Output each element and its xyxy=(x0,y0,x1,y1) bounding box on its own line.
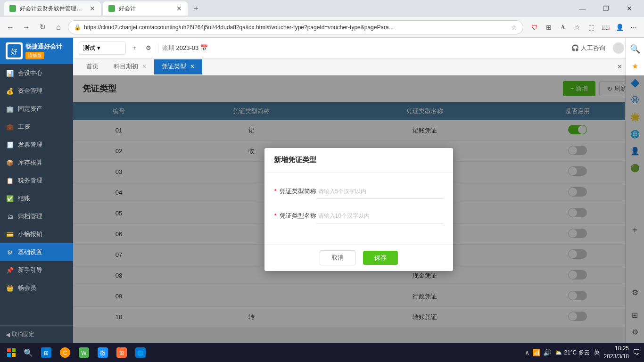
sidebar-item-settings[interactable]: ⚙ 基础设置 xyxy=(0,243,73,261)
sidebar-label-settings: 基础设置 xyxy=(18,248,42,256)
app-layout: 好 畅捷通好会计 流畅版 📊 会设中心 💰 资金管理 xyxy=(0,38,644,343)
sidebar: 好 畅捷通好会计 流畅版 📊 会设中心 💰 资金管理 xyxy=(0,38,73,343)
back-button[interactable]: ← xyxy=(4,21,17,34)
cancel-label: 取消 xyxy=(331,254,344,261)
calendar-icon[interactable]: 📅 xyxy=(200,44,208,51)
minimize-button[interactable]: — xyxy=(571,1,593,16)
toolbar-icons: 🛡 ⊞ 𝐀 ☆ ⬚ 📖 👤 ⋯ xyxy=(528,21,640,34)
sidebar-item-payroll[interactable]: 💼 工资 xyxy=(0,118,73,136)
extension-icon-4[interactable]: ☆ xyxy=(570,21,584,34)
tab-collapse-button[interactable]: ✕ xyxy=(614,61,625,73)
tab-subjects-label: 科目期初 xyxy=(114,62,138,71)
save-button[interactable]: 保存 xyxy=(363,251,398,265)
form-row-full-name: * 凭证类型名称 xyxy=(274,208,444,223)
sidebar-item-archive[interactable]: 🗂 归档管理 xyxy=(0,207,73,225)
extension-icon-2[interactable]: ⊞ xyxy=(542,21,555,34)
start-button[interactable] xyxy=(4,345,19,360)
taskbar-app-5[interactable]: ⊞ xyxy=(113,344,130,361)
taskbar-sound-icon[interactable]: 🔊 xyxy=(543,349,551,356)
sidebar-label-fixed-assets: 固定资产 xyxy=(18,105,42,113)
browser-tab-2[interactable]: 好会计 ✕ xyxy=(103,1,188,16)
customer-service-button[interactable]: 🎧 人工咨询 xyxy=(571,44,605,52)
taskbar-language[interactable]: 英 xyxy=(594,348,600,357)
settings-icon: ⚙ xyxy=(6,248,14,256)
maximize-button[interactable]: ❐ xyxy=(595,1,617,16)
taskbar-notification-icon[interactable]: 🗨 xyxy=(633,348,640,357)
taskbar-app-3[interactable]: W xyxy=(75,344,92,361)
new-tab-button[interactable]: + xyxy=(190,2,203,15)
tab-voucher-type[interactable]: 凭证类型 ✕ xyxy=(154,59,202,74)
sidebar-item-fixed-assets[interactable]: 🏢 固定资产 xyxy=(0,100,73,118)
sidebar-label-dashboard: 会设中心 xyxy=(18,69,42,77)
right-star-icon[interactable]: ★ xyxy=(627,58,643,74)
browser-tab-1[interactable]: 好会计云财务软件管理系统_会计 ✕ xyxy=(4,1,101,16)
extension-icon-6[interactable]: 📖 xyxy=(599,21,612,34)
short-name-input[interactable] xyxy=(316,184,444,199)
taskbar-app-4[interactable]: 微 xyxy=(94,344,111,361)
weather-temp: 21°C 多云 xyxy=(564,349,589,357)
refresh-button[interactable]: ↻ xyxy=(36,21,49,34)
sidebar-item-inventory[interactable]: 📦 库存核算 xyxy=(0,154,73,172)
tab-close-1[interactable]: ✕ xyxy=(90,5,95,12)
taskbar-app-1[interactable]: ⊞ xyxy=(38,344,55,361)
url-bar[interactable]: 🔒 https://cloud2.chanjet.com/accounting/… xyxy=(68,20,523,34)
sidebar-label-inventory: 库存核算 xyxy=(18,158,42,167)
sidebar-nav: 📊 会设中心 💰 资金管理 🏢 固定资产 💼 工资 🧾 发票管理 xyxy=(0,64,73,325)
sidebar-item-dashboard[interactable]: 📊 会设中心 xyxy=(0,64,73,82)
company-selector[interactable]: 测试 ▾ xyxy=(79,41,126,55)
svg-rect-4 xyxy=(7,353,11,357)
short-name-label: * 凭证类型简称 xyxy=(274,187,316,196)
menu-button[interactable]: ⋯ xyxy=(627,21,640,34)
modal-footer: 取消 保存 xyxy=(264,244,453,271)
tab-voucher-close[interactable]: ✕ xyxy=(190,63,195,70)
settings-button[interactable]: ⚙ xyxy=(143,42,154,53)
unpin-arrow-icon: ◀ xyxy=(6,331,10,338)
full-name-input[interactable] xyxy=(316,208,444,223)
lock-icon: 🔒 xyxy=(74,24,81,31)
sidebar-item-funds[interactable]: 💰 资金管理 xyxy=(0,82,73,100)
payroll-icon: 💼 xyxy=(6,123,14,131)
full-name-label: * 凭证类型名称 xyxy=(274,212,316,220)
svg-text:W: W xyxy=(81,350,87,356)
taskbar-app-2[interactable]: C xyxy=(57,344,74,361)
topbar-divider xyxy=(158,43,158,53)
tab-subjects[interactable]: 科目期初 ✕ xyxy=(106,59,154,74)
modal-body: * 凭证类型简称 * 凭证类型名称 xyxy=(264,173,453,244)
main-area: 测试 ▾ + ⚙ 账期 2023-03 📅 🎧 xyxy=(73,38,644,343)
tab-close-2[interactable]: ✕ xyxy=(176,5,182,12)
right-search-icon[interactable]: 🔍 xyxy=(627,41,643,57)
tab-home[interactable]: 首页 xyxy=(79,59,106,74)
taskbar-app-6[interactable]: 🌐 xyxy=(132,344,149,361)
taskbar-search-button[interactable]: 🔍 xyxy=(21,345,36,360)
url-star-icon[interactable]: ☆ xyxy=(511,24,517,31)
extension-icon-7[interactable]: 👤 xyxy=(613,21,626,34)
weather-icon: ⛅ xyxy=(555,349,562,356)
extension-icon-3[interactable]: 𝐀 xyxy=(556,21,570,34)
extension-icon-1[interactable]: 🛡 xyxy=(528,21,541,34)
taskbar-time[interactable]: 18:25 2023/3/18 xyxy=(604,345,629,361)
extension-icon-5[interactable]: ⬚ xyxy=(585,21,598,34)
sidebar-item-checkout[interactable]: ✅ 结账 xyxy=(0,189,73,207)
sidebar-item-tax[interactable]: 📋 税务管理 xyxy=(0,172,73,189)
taskbar-up-arrow[interactable]: ∧ xyxy=(525,349,529,356)
sidebar-item-member[interactable]: 👑 畅会员 xyxy=(0,279,73,297)
close-button[interactable]: ✕ xyxy=(619,1,640,16)
sidebar-item-guide[interactable]: 📌 新手引导 xyxy=(0,261,73,279)
taskbar-sys-icons: ∧ 📶 🔊 xyxy=(525,349,551,356)
forward-button[interactable]: → xyxy=(20,21,33,34)
headset-icon: 🎧 xyxy=(571,44,579,51)
sidebar-item-expense[interactable]: 💳 小畅报销 xyxy=(0,225,73,243)
add-company-button[interactable]: + xyxy=(130,42,139,53)
sidebar-unpin[interactable]: ◀ 取消固定 xyxy=(0,325,73,343)
tab-favicon-1 xyxy=(9,5,16,12)
taskbar-network-icon[interactable]: 📶 xyxy=(532,349,540,356)
home-button[interactable]: ⌂ xyxy=(52,21,65,34)
tab-subjects-close[interactable]: ✕ xyxy=(142,63,147,70)
svg-text:⊞: ⊞ xyxy=(44,350,49,356)
expense-icon: 💳 xyxy=(6,230,14,239)
sidebar-label-tax: 税务管理 xyxy=(18,176,42,185)
sidebar-label-funds: 资金管理 xyxy=(18,87,42,95)
cancel-button[interactable]: 取消 xyxy=(320,250,355,265)
sidebar-item-invoice[interactable]: 🧾 发票管理 xyxy=(0,136,73,154)
member-icon: 👑 xyxy=(6,284,14,292)
